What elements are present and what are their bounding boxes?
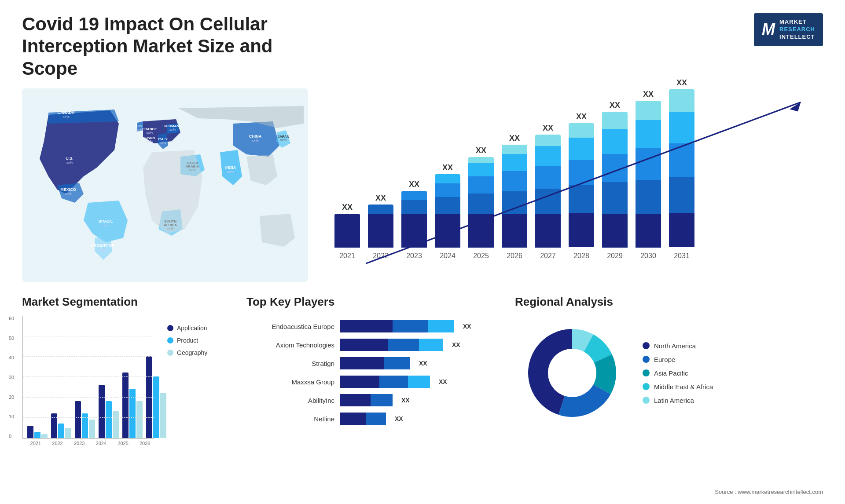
seg-x-label: 2026 xyxy=(136,441,154,446)
bar-column: XX2029 xyxy=(602,101,628,260)
regional-label: Middle East & Africa xyxy=(654,383,713,391)
player-bar-seg3 xyxy=(408,376,430,388)
player-bar-seg2 xyxy=(379,376,408,388)
seg-x-label: 2023 xyxy=(70,441,88,446)
page-container: Covid 19 Impact On Cellular Interception… xyxy=(0,0,845,504)
seg-x-label: 2024 xyxy=(92,441,110,446)
svg-text:xx%: xx% xyxy=(146,131,153,135)
source-text: Source : www.marketresearchintellect.com xyxy=(715,489,823,495)
player-bar-seg2 xyxy=(371,394,393,406)
regional-color-dot xyxy=(643,383,650,390)
donut-chart xyxy=(515,316,629,430)
regional-label: North America xyxy=(654,342,696,350)
logo-area: M MARKETRESEARCHINTELLECT xyxy=(754,13,823,46)
logo-box: M MARKETRESEARCHINTELLECT xyxy=(754,13,823,46)
player-bar-xx-label: XX xyxy=(463,323,471,330)
player-bar-xx-label: XX xyxy=(452,341,460,348)
seg-bar-group xyxy=(99,385,119,438)
player-name: AbilityInc xyxy=(246,397,334,404)
player-bar-xx-label: XX xyxy=(419,360,427,367)
svg-text:BRAZIL: BRAZIL xyxy=(99,219,113,223)
legend-color-dot xyxy=(167,325,173,331)
legend-label: Geography xyxy=(177,349,207,356)
regional-color-dot xyxy=(643,356,650,363)
bar-year-label: 2028 xyxy=(573,252,589,260)
bar-value-label: XX xyxy=(610,101,620,110)
bar-year-label: 2025 xyxy=(473,252,489,260)
bar-year-label: 2029 xyxy=(607,252,623,260)
svg-text:INDIA: INDIA xyxy=(225,165,236,170)
legend-label: Application xyxy=(177,325,207,332)
bar-year-label: 2023 xyxy=(406,252,422,260)
regional-title: Regional Analysis xyxy=(515,295,823,309)
svg-text:CHINA: CHINA xyxy=(249,134,262,139)
svg-text:xx%: xx% xyxy=(159,141,166,145)
svg-text:xx%: xx% xyxy=(136,128,143,131)
player-bar xyxy=(340,357,410,369)
map-svg: CANADA xx% U.S. xx% MEXICO xx% BRAZIL xx… xyxy=(22,88,308,282)
player-bar-seg1 xyxy=(340,413,366,425)
bar-year-label: 2022 xyxy=(373,252,389,260)
bar-value-label: XX xyxy=(476,146,486,155)
logo-text: MARKETRESEARCHINTELLECT xyxy=(779,18,815,41)
bar-value-label: XX xyxy=(342,203,353,212)
player-bar xyxy=(340,339,443,351)
player-bar xyxy=(340,394,393,406)
players-list: Endoacustica EuropeXXAxiom TechnologiesX… xyxy=(246,316,502,425)
svg-text:xx%: xx% xyxy=(227,170,234,174)
page-title: Covid 19 Impact On Cellular Interception… xyxy=(22,13,330,80)
player-bar-seg1 xyxy=(340,339,388,351)
bar-year-label: 2027 xyxy=(540,252,556,260)
svg-text:xx%: xx% xyxy=(99,248,106,252)
seg-bar-group xyxy=(27,426,48,438)
player-bar-seg2 xyxy=(384,357,410,369)
svg-text:CANADA: CANADA xyxy=(58,110,75,115)
regional-legend-item: Europe xyxy=(643,356,713,363)
player-row: Maxxsa GroupXX xyxy=(246,376,502,388)
regional-legend-item: Latin America xyxy=(643,397,713,404)
legend-color-dot xyxy=(167,337,173,343)
bar-year-label: 2026 xyxy=(507,252,522,260)
growth-bars: XX2021XX2022XX2023XX2024XX2025XX2026XX20… xyxy=(330,93,814,260)
player-name: Netline xyxy=(246,415,334,423)
svg-text:xx%: xx% xyxy=(146,139,153,143)
bar-year-label: 2030 xyxy=(640,252,656,260)
segmentation-section: Market Segmentation 6050403020100 xyxy=(22,295,233,489)
seg-chart-area: 6050403020100 202120222023202420252026 xyxy=(22,316,233,457)
seg-bar-group xyxy=(75,401,95,438)
regional-color-dot xyxy=(643,342,650,349)
player-bar-seg2 xyxy=(366,413,386,425)
player-bar xyxy=(340,376,430,388)
player-bar-seg2 xyxy=(393,320,428,332)
regional-legend-item: Middle East & Africa xyxy=(643,383,713,391)
player-name: Maxxsa Group xyxy=(246,378,334,386)
bar-year-label: 2021 xyxy=(339,252,355,260)
bar-value-label: XX xyxy=(442,163,453,172)
player-name: Axiom Technologies xyxy=(246,341,334,349)
bar-column: XX2027 xyxy=(535,124,561,260)
svg-text:xx%: xx% xyxy=(62,115,69,119)
seg-legend-item: Application xyxy=(167,325,207,332)
world-map: CANADA xx% U.S. xx% MEXICO xx% BRAZIL xx… xyxy=(22,88,308,282)
svg-text:ARGENTINA: ARGENTINA xyxy=(91,243,114,248)
seg-bar-chart: 6050403020100 202120222023202420252026 xyxy=(22,316,154,457)
bar-value-label: XX xyxy=(643,90,654,99)
player-row: StratignXX xyxy=(246,357,502,369)
svg-text:xx%: xx% xyxy=(66,161,73,164)
player-bar-seg1 xyxy=(340,320,393,332)
legend-color-dot xyxy=(167,350,173,356)
segmentation-title: Market Segmentation xyxy=(22,295,233,309)
player-bar-xx-label: XX xyxy=(395,415,403,422)
player-bar-xx-label: XX xyxy=(401,397,410,404)
bottom-section: Market Segmentation 6050403020100 xyxy=(22,295,823,489)
seg-legend: ApplicationProductGeography xyxy=(167,316,207,356)
regional-section: Regional Analysis North AmericaEuropeAsi… xyxy=(515,295,823,489)
bar-year-label: 2031 xyxy=(674,252,690,260)
svg-text:xx%: xx% xyxy=(65,192,71,196)
seg-y-labels: 6050403020100 xyxy=(9,316,14,439)
seg-bars-container xyxy=(22,316,154,439)
player-bar-seg1 xyxy=(340,357,384,369)
seg-x-label: 2021 xyxy=(26,441,45,446)
player-name: Endoacustica Europe xyxy=(246,323,334,330)
bar-column: XX2022 xyxy=(368,194,393,260)
